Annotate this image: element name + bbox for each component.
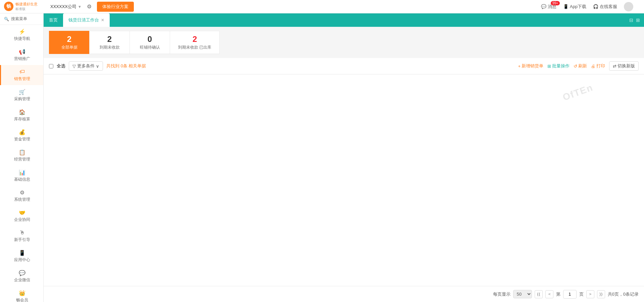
filter-card-overdue[interactable]: 2 到期未收款 — [89, 31, 129, 54]
refresh-icon: ↺ — [574, 64, 577, 69]
toolbar-left: 全选 ▽ 更多条件 ∨ 共找到 0条 相关单据 — [49, 61, 146, 71]
service-item[interactable]: 🎧 在线客服 — [593, 4, 617, 10]
avatar[interactable] — [624, 2, 633, 11]
sidebar-item-app-center[interactable]: 📱 应用中心 — [0, 246, 43, 266]
page-size-select[interactable]: 50 20 100 — [513, 290, 532, 298]
app-label: App下载 — [570, 4, 586, 10]
cooperation-icon: 🤝 — [19, 209, 25, 216]
sidebar-item-label: 经营管理 — [14, 157, 30, 162]
content-area: 首页 钱货日清工作台 ✕ ⊟ ⊞ 2 全部单据 2 到期未收款 — [44, 13, 644, 302]
tab-home-label: 首页 — [49, 17, 58, 23]
filter-card-overdue-label: 到期未收款 — [98, 45, 121, 50]
found-suffix: 相关单据 — [128, 63, 146, 68]
search-icon: 🔍 — [4, 17, 9, 21]
filter-card-shipped[interactable]: 2 到期未收款 已出库 — [170, 31, 220, 54]
sidebar-item-guide[interactable]: 🖱 新手引导 — [0, 226, 43, 246]
sidebar-item-label: 企业协同 — [14, 217, 30, 223]
sidebar-item-label: 销售管理 — [14, 76, 30, 82]
watermark: OfTEn — [561, 82, 594, 103]
filter-card-pending-num: 0 — [138, 35, 162, 44]
quick-nav-icon: ⚡ — [19, 28, 25, 35]
app-center-icon: 📱 — [19, 249, 25, 256]
toolbar: 全选 ▽ 更多条件 ∨ 共找到 0条 相关单据 + 新增销货单 — [44, 58, 644, 74]
message-icon: 💬 — [541, 4, 546, 9]
sidebar-item-operation[interactable]: 📋 经营管理 — [0, 145, 43, 166]
switch-label: 切换新版 — [618, 63, 635, 69]
tab-home[interactable]: 首页 — [44, 13, 63, 27]
sidebar-item-wechat[interactable]: 💬 企业微信 — [0, 266, 43, 286]
sidebar: 🔍 搜索菜单 ⚡ 快捷导航 📢 营销推广 🏷 销售管理 🛒 采购管理 🏠 库存核… — [0, 13, 44, 302]
found-unit: 条 — [123, 63, 127, 68]
select-all-checkbox[interactable] — [49, 64, 53, 68]
refresh-button[interactable]: ↺ 刷新 — [574, 63, 587, 69]
sidebar-item-sales[interactable]: 🏷 销售管理 — [0, 65, 43, 85]
sidebar-item-label: 应用中心 — [14, 257, 30, 263]
logo-badge: 标准版 — [15, 7, 38, 11]
sidebar-item-purchase[interactable]: 🛒 采购管理 — [0, 85, 43, 105]
sidebar-item-label: 新手引导 — [14, 237, 30, 243]
search-label: 搜索菜单 — [11, 16, 27, 22]
marketing-icon: 📢 — [19, 48, 25, 55]
table-area: OfTEn — [44, 74, 644, 286]
filter-card-shipped-label: 到期未收款 已出库 — [178, 45, 211, 50]
topbar: 畅 畅捷通好生意 标准版 XXXXXX公司 ▼ ⚙ 体验行业方案 💬 消息 99… — [0, 0, 644, 13]
filter-card-shipped-num: 2 — [178, 35, 211, 44]
found-text: 共找到 0条 相关单据 — [106, 63, 146, 69]
filter-card-pending[interactable]: 0 旺铺待确认 — [129, 31, 170, 54]
tab-close-icon[interactable]: ✕ — [101, 18, 104, 22]
member-icon: 👑 — [19, 290, 25, 296]
sidebar-item-label: 采购管理 — [14, 96, 30, 102]
batch-label: 批量操作 — [552, 63, 570, 69]
filter-card-all[interactable]: 2 全部单据 — [49, 31, 89, 54]
batch-operation-button[interactable]: ⊞ 批量操作 — [547, 63, 570, 69]
sidebar-search[interactable]: 🔍 搜索菜单 — [0, 13, 43, 25]
sidebar-item-cooperation[interactable]: 🤝 企业协同 — [0, 206, 43, 226]
page-prev-button[interactable]: ＜ — [545, 290, 553, 298]
page-first-button[interactable]: ⟨⟨ — [535, 290, 543, 298]
tab-bar-right: ⊟ ⊞ — [629, 17, 644, 23]
sidebar-item-label: 基础信息 — [14, 177, 30, 182]
switch-version-button[interactable]: ⇄ 切换新版 — [609, 61, 639, 71]
found-count: 0 — [121, 63, 123, 68]
sidebar-item-quick-nav[interactable]: ⚡ 快捷导航 — [0, 25, 43, 45]
chevron-down-icon: ▼ — [78, 5, 82, 9]
more-filter-button[interactable]: ▽ 更多条件 ∨ — [69, 61, 103, 71]
inventory-icon: 🏠 — [19, 109, 25, 115]
experience-plan-button[interactable]: 体验行业方案 — [97, 2, 134, 12]
sidebar-item-inventory[interactable]: 🏠 库存核算 — [0, 105, 43, 125]
new-sale-label: 新增销货单 — [522, 63, 543, 69]
sidebar-item-base-info[interactable]: 📊 基础信息 — [0, 166, 43, 186]
tab-workbench[interactable]: 钱货日清工作台 ✕ — [63, 13, 110, 27]
tab-minimize-icon[interactable]: ⊟ — [629, 17, 633, 23]
app-download-item[interactable]: 📱 App下载 — [563, 4, 586, 10]
operation-icon: 📋 — [19, 149, 25, 156]
message-badge: 99+ — [551, 1, 560, 5]
app-icon: 📱 — [563, 4, 569, 9]
sidebar-item-member[interactable]: 👑 畅会员 — [0, 286, 43, 302]
filter-icon: ▽ — [72, 64, 76, 69]
topbar-right: 💬 消息 99+ 📱 App下载 🎧 在线客服 — [541, 2, 640, 11]
refresh-label: 刷新 — [578, 63, 587, 69]
sidebar-item-marketing[interactable]: 📢 营销推广 — [0, 45, 43, 65]
tab-maximize-icon[interactable]: ⊞ — [636, 17, 640, 23]
company-selector[interactable]: XXXXXX公司 ▼ — [48, 4, 84, 10]
sidebar-item-finance[interactable]: 💰 资金管理 — [0, 125, 43, 145]
settings-icon[interactable]: ⚙ — [84, 2, 94, 12]
message-item[interactable]: 💬 消息 99+ — [541, 4, 556, 10]
toolbar-right: + 新增销货单 ⊞ 批量操作 ↺ 刷新 🖨 打印 — [518, 61, 639, 71]
new-sale-button[interactable]: + 新增销货单 — [518, 63, 543, 69]
page-label-unit: 页 — [579, 291, 584, 297]
page-last-button[interactable]: ⟩⟩ — [597, 290, 605, 298]
print-label: 打印 — [596, 63, 605, 69]
logo-icon: 畅 — [4, 2, 13, 11]
filter-label: 更多条件 — [77, 63, 95, 69]
pagination: 每页显示 50 20 100 ⟨⟨ ＜ 第 页 ＞ ⟩⟩ 共0页，0条记录 — [44, 286, 644, 302]
page-number-input[interactable] — [563, 290, 577, 299]
sidebar-item-system[interactable]: ⚙ 系统管理 — [0, 186, 43, 206]
service-icon: 🎧 — [593, 4, 598, 9]
service-label: 在线客服 — [600, 4, 617, 10]
wechat-icon: 💬 — [19, 269, 25, 276]
print-icon: 🖨 — [591, 64, 595, 69]
page-next-button[interactable]: ＞ — [586, 290, 594, 298]
print-button[interactable]: 🖨 打印 — [591, 63, 605, 69]
